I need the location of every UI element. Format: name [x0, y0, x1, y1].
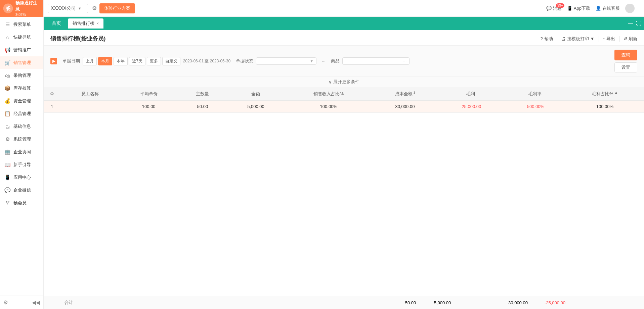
footer-cost: 30,000.00 — [500, 300, 536, 305]
page-header-actions: ? 帮助 🖨 按模板打印 ▼ ↑ 导出 ↺ 刷新 — [540, 36, 637, 42]
sidebar-item-wechat[interactable]: 💬 企业微信 — [0, 184, 43, 197]
date-filter-label: 单据日期 — [62, 58, 80, 64]
sidebar-item-label: 畅会员 — [13, 200, 27, 206]
col-sales-pct: 销售收入占比% — [285, 87, 373, 101]
member-icon: V — [4, 200, 11, 206]
page-content: 销售排行榜(按业务员) ? 帮助 🖨 按模板打印 ▼ ↑ 导出 — [44, 30, 644, 309]
main-area: XXXXX公司 ▼ ⚙ 体验行业方案 💬 消息 99+ 📱 App下载 👤 在线… — [44, 0, 644, 309]
sidebar-item-app-center[interactable]: 📱 应用中心 — [0, 171, 43, 184]
logo-text: 畅康通好生意 — [15, 0, 41, 12]
sidebar-nav: ☰ 搜索菜单 ⌂ 快捷导航 📢 营销推广 🛒 销售管理 🛍 采购管理 📦 库存核… — [0, 17, 43, 296]
online-service-label: 在线客服 — [602, 5, 620, 11]
print-icon: 🖨 — [561, 36, 566, 41]
purchase-icon: 🛍 — [4, 73, 11, 79]
last-7-days-btn[interactable]: 近7天 — [129, 57, 145, 65]
finance-icon: 💰 — [4, 98, 11, 104]
help-label: 帮助 — [544, 36, 553, 42]
this-month-btn[interactable]: 本月 — [98, 57, 112, 65]
date-filter-group: 单据日期 上月 本月 本年 近7天 更多 自定义 2023-06-01 至 20… — [62, 57, 230, 65]
refresh-button[interactable]: ↺ 刷新 — [624, 36, 637, 42]
app-download-button[interactable]: 📱 App下载 — [567, 5, 590, 11]
sidebar-item-search-order[interactable]: ☰ 搜索菜单 — [0, 18, 43, 31]
help-button[interactable]: ? 帮助 — [540, 36, 553, 42]
prev-month-btn[interactable]: 上月 — [83, 57, 97, 65]
sidebar-item-enterprise[interactable]: 🏢 企业协同 — [0, 146, 43, 158]
basicinfo-icon: 🗂 — [4, 124, 11, 130]
this-year-btn[interactable]: 本年 — [114, 57, 128, 65]
service-icon: 👤 — [596, 6, 601, 11]
filter-bar: ▶ 单据日期 上月 本月 本年 近7天 更多 自定义 2023-06-01 至 … — [44, 46, 644, 77]
operation-icon: 📋 — [4, 111, 11, 117]
footer-total-label: 合计 — [65, 300, 73, 305]
notification-icon: 💬 — [546, 6, 552, 11]
cell-sales-pct: 100.00% — [285, 101, 373, 113]
sidebar-settings-button[interactable]: ⚙ — [3, 299, 8, 306]
sidebar-collapse-button[interactable]: ◀◀ — [32, 299, 40, 306]
tab-minimize-icon[interactable]: — — [628, 20, 633, 27]
filter-more-icon[interactable]: ··· — [322, 59, 326, 64]
goods-select[interactable]: ··· — [342, 57, 410, 65]
footer-qty: 50.00 — [395, 300, 426, 305]
cell-amount: 5,000.00 — [227, 101, 285, 113]
company-selector[interactable]: XXXXX公司 ▼ — [48, 4, 88, 13]
topbar-settings-icon[interactable]: ⚙ — [92, 5, 97, 11]
notification-badge: 99+ — [556, 3, 564, 8]
trial-button[interactable]: 体验行业方案 — [99, 3, 135, 13]
table-footer: 合计 50.00 5,000.00 30,000.00 -25,000.00 — [44, 296, 644, 309]
cell-avg-price: 100.00 — [119, 101, 178, 113]
more-date-btn[interactable]: 更多 — [147, 57, 161, 65]
sidebar-item-label: 资金管理 — [13, 98, 31, 104]
footer-label: 合计 — [60, 300, 362, 306]
tab-fullscreen-icon[interactable]: ⛶ — [636, 20, 641, 27]
svg-text:畅: 畅 — [6, 6, 10, 11]
cell-name — [60, 101, 119, 113]
sidebar-item-finance[interactable]: 💰 资金管理 — [0, 95, 43, 107]
sidebar-item-marketing[interactable]: 📢 营销推广 — [0, 44, 43, 56]
data-table: ⚙ 员工名称 平均单价 主数量 全额 销售收入占比% 成本全额 ℹ 毛利 毛利率… — [44, 87, 644, 113]
tab-close-icon[interactable]: × — [96, 21, 99, 26]
refresh-label: 刷新 — [629, 36, 637, 42]
col-profit-pct: 毛利占比% ▲ — [566, 87, 644, 101]
sidebar-item-label: 基础信息 — [13, 123, 31, 130]
guide-icon: 📖 — [4, 162, 11, 168]
topbar-right: 💬 消息 99+ 📱 App下载 👤 在线客服 — [546, 4, 640, 13]
sidebar-item-guide[interactable]: 📖 新手引导 — [0, 158, 43, 171]
divider-2 — [599, 36, 599, 42]
sidebar-item-system[interactable]: ⚙ 系统管理 — [0, 133, 43, 146]
col-amount: 全额 — [227, 87, 285, 101]
expand-more-button[interactable]: ∨ 展开更多条件 — [329, 79, 359, 85]
sidebar-item-operation[interactable]: 📋 经营管理 — [0, 107, 43, 120]
app-download-icon: 📱 — [567, 6, 572, 11]
tab-sales-rank[interactable]: 销售排行榜 × — [68, 18, 103, 29]
avatar[interactable] — [625, 4, 635, 13]
status-select[interactable]: ▼ — [256, 57, 316, 65]
notification-button[interactable]: 💬 消息 99+ — [546, 5, 562, 11]
sidebar-item-purchase[interactable]: 🛍 采购管理 — [0, 69, 43, 82]
sidebar-item-label: 库存核算 — [13, 85, 31, 91]
settings-button[interactable]: 设置 — [614, 62, 637, 72]
query-button[interactable]: 查询 — [614, 50, 637, 60]
date-filter-buttons: 上月 本月 本年 近7天 更多 自定义 — [83, 57, 180, 65]
online-service-button[interactable]: 👤 在线客服 — [596, 5, 620, 11]
home-icon: ⌂ — [4, 35, 11, 40]
sidebar-item-label: 应用中心 — [13, 174, 31, 181]
sidebar-item-label: 企业协同 — [13, 149, 31, 155]
export-button[interactable]: ↑ 导出 — [603, 36, 615, 42]
tabbar: 首页 销售排行榜 × — ⛶ — [44, 17, 644, 30]
sidebar-item-basic-info[interactable]: 🗂 基础信息 — [0, 120, 43, 133]
sidebar-item-quick-nav[interactable]: ⌂ 快捷导航 — [0, 31, 43, 44]
date-range-display: 2023-06-01 至 2023-06-30 — [183, 58, 230, 64]
sidebar-item-label: 搜索菜单 — [13, 21, 31, 28]
print-button[interactable]: 🖨 按模板打印 ▼ — [561, 36, 595, 42]
col-cost: 成本全额 ℹ — [373, 87, 437, 101]
tab-home[interactable]: 首页 — [46, 18, 67, 29]
cell-index: 1 — [44, 101, 60, 113]
filter-collapse-button[interactable]: ▶ — [50, 58, 57, 64]
sidebar-item-member[interactable]: V 畅会员 — [0, 197, 43, 209]
sidebar-item-sales[interactable]: 🛒 销售管理 — [0, 56, 43, 69]
sidebar-item-inventory[interactable]: 📦 库存核算 — [0, 82, 43, 95]
export-label: 导出 — [606, 36, 615, 42]
print-label: 按模板打印 — [567, 36, 589, 42]
custom-date-btn[interactable]: 自定义 — [162, 57, 180, 65]
footer-profit: -25,000.00 — [536, 300, 573, 305]
